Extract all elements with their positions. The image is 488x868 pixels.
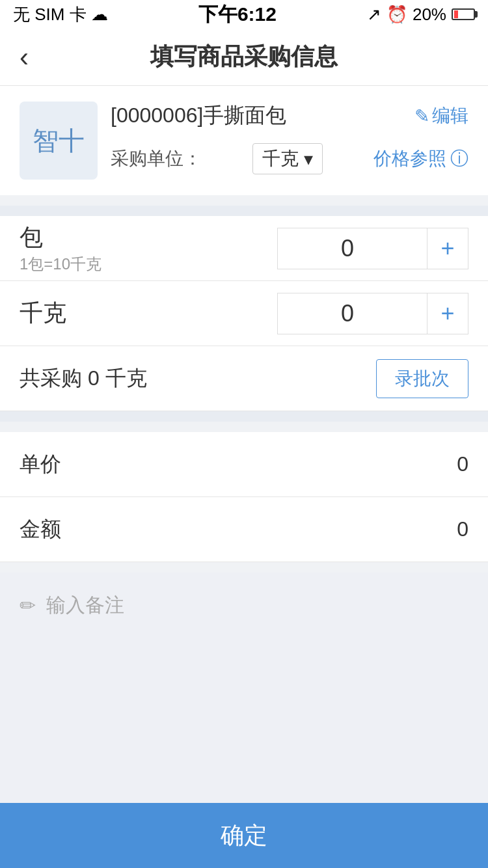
status-left: 无 SIM 卡 ☁ — [13, 3, 108, 26]
kg-input[interactable] — [277, 293, 427, 334]
edit-icon: ✎ — [414, 105, 429, 127]
status-right: ↗ ⏰ 20% — [367, 5, 475, 25]
bag-input-row: 包 1包=10千克 + — [0, 216, 488, 281]
dropdown-icon: ▾ — [304, 148, 313, 170]
summary-row: 共采购 0 千克 录批次 — [0, 346, 488, 411]
price-section: 单价 0 金额 0 — [0, 432, 488, 562]
unit-select[interactable]: 千克 ▾ — [252, 143, 323, 174]
bag-input-group: + — [277, 228, 468, 269]
purchase-unit-row: 采购单位： 千克 ▾ 价格参照 ⓘ — [111, 143, 468, 174]
alarm-icon: ⏰ — [386, 5, 407, 25]
location-icon: ↗ — [367, 5, 381, 25]
bag-label-group: 包 1包=10千克 — [20, 222, 124, 275]
unit-price-row: 单价 0 — [0, 432, 488, 497]
batch-button[interactable]: 录批次 — [376, 359, 468, 398]
status-bar: 无 SIM 卡 ☁ 下午6:12 ↗ ⏰ 20% — [0, 0, 488, 29]
unit-value: 千克 — [262, 146, 299, 171]
product-name-row: [0000006]手撕面包 ✎ 编辑 — [111, 102, 468, 130]
info-icon: ⓘ — [450, 146, 468, 171]
pencil-icon: ✏ — [20, 594, 36, 617]
page-title: 填写商品采购信息 — [150, 41, 338, 73]
unit-price-value: 0 — [457, 452, 468, 476]
battery-icon — [452, 8, 475, 20]
bag-sub-label: 1包=10千克 — [20, 254, 124, 275]
kg-label-group: 千克 — [20, 297, 124, 329]
divider-2 — [0, 411, 488, 422]
kg-input-group: + — [277, 293, 468, 334]
kg-input-row: 千克 + — [0, 281, 488, 346]
summary-text: 共采购 0 千克 — [20, 364, 147, 393]
price-ref-button[interactable]: 价格参照 ⓘ — [373, 146, 468, 171]
confirm-button-label: 确定 — [221, 820, 267, 852]
back-button[interactable]: ‹ — [20, 44, 29, 71]
kg-label: 千克 — [20, 297, 124, 329]
unit-label: 采购单位： — [111, 146, 202, 171]
confirm-bar[interactable]: 确定 — [0, 803, 488, 868]
product-name: [0000006]手撕面包 — [111, 102, 286, 130]
remark-section[interactable]: ✏ 输入备注 — [0, 573, 488, 638]
bag-plus-button[interactable]: + — [427, 228, 468, 269]
status-time: 下午6:12 — [198, 1, 277, 28]
battery-percent: 20% — [413, 5, 446, 25]
nav-bar: ‹ 填写商品采购信息 — [0, 29, 488, 86]
sim-status: 无 SIM 卡 ☁ — [13, 3, 108, 26]
product-card: 智十 [0000006]手撕面包 ✎ 编辑 采购单位： 千克 ▾ 价格参照 ⓘ — [0, 86, 488, 195]
divider-1 — [0, 206, 488, 216]
product-logo-text: 智十 — [33, 123, 85, 159]
product-image: 智十 — [20, 102, 98, 180]
amount-value: 0 — [457, 517, 468, 541]
edit-button[interactable]: ✎ 编辑 — [414, 103, 468, 128]
bag-input[interactable] — [277, 228, 427, 269]
amount-label: 金额 — [20, 515, 61, 544]
kg-plus-button[interactable]: + — [427, 293, 468, 334]
unit-price-label: 单价 — [20, 450, 61, 479]
amount-row: 金额 0 — [0, 497, 488, 562]
edit-label: 编辑 — [432, 103, 468, 128]
remark-placeholder: 输入备注 — [46, 592, 124, 619]
price-ref-label: 价格参照 — [373, 146, 446, 171]
input-section: 包 1包=10千克 + 千克 + — [0, 216, 488, 346]
bag-label: 包 — [20, 222, 124, 254]
product-info: [0000006]手撕面包 ✎ 编辑 采购单位： 千克 ▾ 价格参照 ⓘ — [111, 102, 468, 174]
